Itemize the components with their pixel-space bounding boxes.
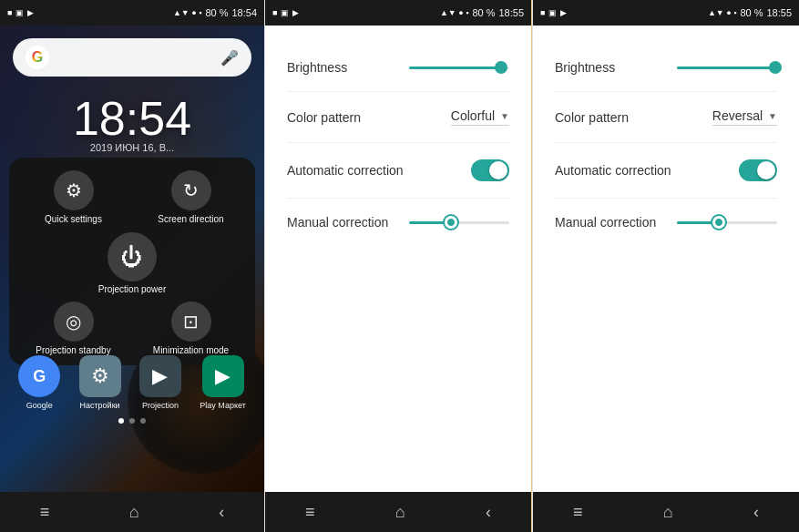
color-pattern-control-2[interactable]: Colorful ▼ (451, 108, 509, 126)
status-left-2: ■ ▣ ▶ (272, 8, 299, 17)
app-play[interactable]: ▶ Play Маркет (200, 355, 245, 410)
quick-item-settings[interactable]: ⚙ Quick settings (18, 170, 128, 225)
brightness-label-3: Brightness (555, 60, 615, 75)
color-pattern-arrow-2: ▼ (500, 111, 509, 121)
app-icons-row: G Google ⚙ Настройки ▶ Projection ▶ Play… (0, 355, 264, 410)
status-bar-1: ■ ▣ ▶ ▲▼ ● ▪ 80 % 18:54 (0, 0, 264, 26)
quick-item-screen-direction[interactable]: ↻ Screen direction (136, 170, 246, 225)
manual-slider-2[interactable] (409, 221, 509, 224)
minimization-icon: ⊡ (171, 302, 211, 342)
home-button-3[interactable]: ⌂ (649, 496, 688, 529)
status-icon-2: ▣ (15, 8, 24, 17)
brightness-label-2: Brightness (287, 60, 347, 75)
quick-grid-2: ◎ Projection standby ⊡ Minimization mode (18, 302, 246, 356)
status-icon-1: ■ (7, 8, 12, 17)
brightness-thumb-3 (769, 61, 782, 74)
toggle-thumb-3 (757, 161, 775, 179)
status-left-3: ■ ▣ ▶ (540, 8, 567, 17)
manual-correction-control-3[interactable] (677, 221, 777, 224)
auto-correction-toggle-3[interactable] (739, 159, 777, 181)
mic-icon[interactable]: 🎤 (220, 49, 239, 66)
brightness-control-3[interactable] (677, 66, 777, 69)
home-button-2[interactable]: ⌂ (381, 496, 420, 529)
signal-icons: ▲▼ ● ▪ (173, 8, 201, 17)
brightness-slider-2[interactable] (409, 66, 509, 69)
phone-date: 2019 ИЮН 16, В... (0, 142, 264, 153)
screen-direction-icon: ↻ (171, 170, 211, 210)
clock-status-2: 18:55 (498, 7, 524, 18)
color-pattern-control-3[interactable]: Reversal ▼ (712, 108, 777, 126)
menu-button-1[interactable]: ≡ (26, 496, 65, 529)
google-label: Google (26, 401, 53, 410)
manual-thumb-3 (712, 216, 725, 229)
status-icon-2b: ▣ (281, 8, 289, 17)
settings-content-2: Brightness Color pattern Colorful ▼ Auto… (265, 26, 531, 492)
status-bar-3: ■ ▣ ▶ ▲▼ ● ▪ 80 % 18:55 (533, 0, 799, 26)
manual-slider-3[interactable] (677, 221, 777, 224)
status-right: ▲▼ ● ▪ 80 % 18:54 (173, 7, 257, 18)
google-app-icon: G (18, 355, 60, 397)
color-pattern-label-2: Color pattern (287, 110, 361, 125)
brightness-control-2[interactable] (409, 66, 509, 69)
quick-item-minimize[interactable]: ⊡ Minimization mode (136, 302, 246, 356)
quick-settings-icon: ⚙ (54, 170, 94, 210)
dot-2 (129, 418, 135, 424)
screen-direction-label: Screen direction (158, 214, 223, 225)
back-button-3[interactable]: ‹ (739, 496, 773, 529)
google-logo: G (26, 46, 49, 69)
auto-correction-label-2: Automatic correction (287, 163, 404, 178)
settings-panel-3: ■ ▣ ▶ ▲▼ ● ▪ 80 % 18:55 Brightness Color… (532, 0, 799, 532)
manual-thumb-2 (445, 216, 457, 229)
app-projection[interactable]: ▶ Projection (139, 355, 181, 410)
signal-icons-3: ▲▼ ● ▪ (708, 8, 736, 17)
projection-app-icon: ▶ (139, 355, 181, 397)
projection-power-icon[interactable]: ⏻ (108, 232, 157, 281)
clock-status-3: 18:55 (766, 7, 792, 18)
battery-level-2: 80 % (472, 7, 495, 18)
signal-icons-2: ▲▼ ● ▪ (440, 8, 468, 17)
color-pattern-value-3: Reversal (712, 108, 763, 123)
status-icon-3c: ▶ (560, 8, 567, 17)
home-button-1[interactable]: ⌂ (115, 496, 154, 529)
status-icon-3b: ▣ (548, 8, 557, 17)
bottom-nav-3: ≡ ⌂ ‹ (533, 492, 799, 532)
wallpaper: G 🎤 18:54 2019 ИЮН 16, В... ⚙ Quick sett… (0, 26, 264, 492)
bottom-nav-1: ≡ ⌂ ‹ (0, 492, 264, 532)
settings-app-icon: ⚙ (79, 355, 121, 397)
color-pattern-value-2: Colorful (451, 108, 495, 123)
projection-label: Projection (142, 401, 179, 410)
dot-3 (140, 418, 146, 424)
auto-correction-control-3 (739, 159, 777, 181)
status-bar-2: ■ ▣ ▶ ▲▼ ● ▪ 80 % 18:55 (265, 0, 531, 26)
app-google[interactable]: G Google (18, 355, 60, 410)
auto-correction-row-2: Automatic correction (287, 143, 509, 199)
toggle-thumb-2 (489, 161, 507, 179)
auto-correction-toggle-2[interactable] (471, 159, 509, 181)
app-settings[interactable]: ⚙ Настройки (79, 355, 121, 410)
auto-correction-row-3: Automatic correction (555, 143, 777, 199)
brightness-slider-3[interactable] (677, 66, 777, 69)
play-app-icon: ▶ (202, 355, 244, 397)
back-button-1[interactable]: ‹ (204, 496, 239, 529)
status-icon-3a: ■ (540, 8, 545, 17)
play-label: Play Маркет (200, 401, 245, 410)
dot-1 (118, 418, 124, 424)
status-right-3: ▲▼ ● ▪ 80 % 18:55 (708, 7, 792, 18)
quick-item-standby[interactable]: ◎ Projection standby (18, 302, 128, 356)
auto-correction-control-2 (471, 159, 509, 181)
status-icon-2c: ▶ (292, 8, 299, 17)
quick-grid: ⚙ Quick settings ↻ Screen direction (18, 170, 246, 225)
quick-settings-label: Quick settings (45, 214, 102, 225)
status-right-2: ▲▼ ● ▪ 80 % 18:55 (440, 7, 524, 18)
color-pattern-arrow-3: ▼ (768, 111, 777, 121)
battery-level-3: 80 % (740, 7, 763, 18)
manual-correction-row-3: Manual correction (555, 199, 777, 246)
page-dots (0, 418, 264, 424)
menu-button-3[interactable]: ≡ (558, 496, 598, 529)
google-search-bar[interactable]: G 🎤 (13, 38, 251, 77)
back-button-2[interactable]: ‹ (471, 496, 506, 529)
auto-correction-label-3: Automatic correction (555, 163, 671, 178)
manual-correction-control-2[interactable] (409, 221, 509, 224)
color-pattern-label-3: Color pattern (555, 110, 629, 125)
menu-button-2[interactable]: ≡ (291, 496, 330, 529)
